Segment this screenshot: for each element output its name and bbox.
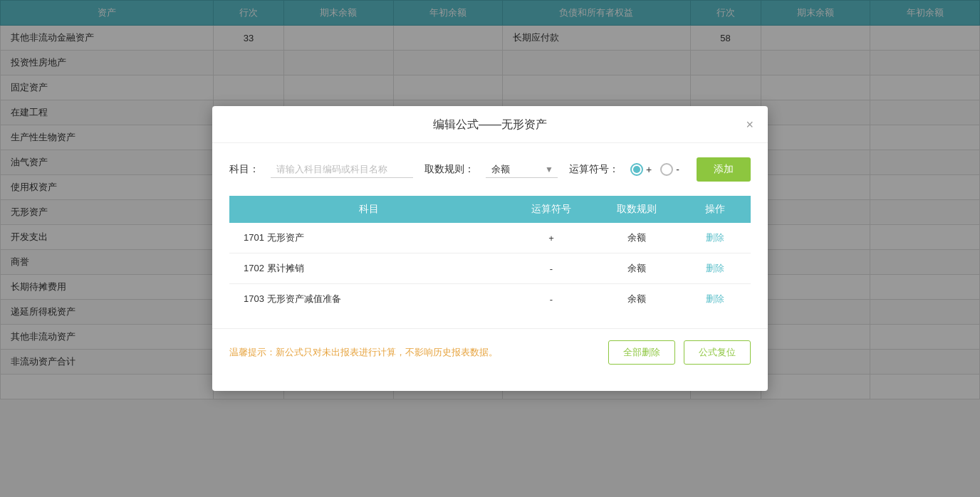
delete-link-0[interactable]: 删除 [706,232,724,243]
table-header-action: 操作 [679,196,751,223]
formula-rule-0: 余额 [594,223,679,253]
formula-rule-1: 余额 [594,253,679,284]
modal-close-button[interactable]: × [743,115,756,134]
add-button[interactable]: 添加 [697,157,751,182]
delete-all-button[interactable]: 全部删除 [608,340,675,365]
operator-radio-group: + - [630,163,679,176]
modal-footer: 温馨提示：新公式只对未出报表进行计算，不影响历史报表数据。 全部删除 公式复位 [212,328,768,376]
footer-buttons: 全部删除 公式复位 [608,340,751,365]
radio-plus-circle [630,163,643,176]
operator-minus-label: - [676,164,679,175]
formula-operator-0: + [509,223,594,253]
formula-row: 1702 累计摊销-余额删除 [229,253,751,284]
formula-table: 科目 运算符号 取数规则 操作 1701 无形资产+余额删除1702 累计摊销-… [229,196,751,314]
modal-title: 编辑公式——无形资产 [433,117,547,132]
modal-overlay: 编辑公式——无形资产 × 科目： 取数规则： 余额 借方发生额 贷方发生额 [0,0,980,497]
hint-text: 温馨提示：新公式只对未出报表进行计算，不影响历史报表数据。 [229,346,498,359]
formula-subject-1: 1702 累计摊销 [229,253,509,284]
operator-label: 运算符号： [569,163,619,176]
rule-select-wrapper: 余额 借方发生额 贷方发生额 ▼ [486,161,558,178]
subject-input[interactable] [271,161,413,178]
modal-dialog: 编辑公式——无形资产 × 科目： 取数规则： 余额 借方发生额 贷方发生额 [212,106,768,391]
table-header-operator: 运算符号 [509,196,594,223]
formula-action-0: 删除 [679,223,751,253]
page-wrapper: 资产 行次 期末余额 年初余额 负债和所有者权益 行次 期末余额 年初余额 其他… [0,0,980,497]
operator-plus-radio[interactable]: + [630,163,652,176]
radio-minus-circle [660,163,673,176]
formula-subject-2: 1703 无形资产减值准备 [229,284,509,315]
formula-row: 1703 无形资产减值准备-余额删除 [229,284,751,315]
formula-row: 1701 无形资产+余额删除 [229,223,751,253]
formula-subject-0: 1701 无形资产 [229,223,509,253]
modal-body: 科目： 取数规则： 余额 借方发生额 贷方发生额 ▼ 运算符号： [212,143,768,328]
rule-label: 取数规则： [424,163,474,176]
rule-select[interactable]: 余额 借方发生额 贷方发生额 [486,161,558,178]
formula-operator-1: - [509,253,594,284]
subject-label: 科目： [229,163,259,176]
table-header-subject: 科目 [229,196,509,223]
formula-operator-2: - [509,284,594,315]
form-row: 科目： 取数规则： 余额 借方发生额 贷方发生额 ▼ 运算符号： [229,157,751,182]
operator-minus-radio[interactable]: - [660,163,679,176]
reset-button[interactable]: 公式复位 [684,340,751,365]
formula-action-1: 删除 [679,253,751,284]
delete-link-2[interactable]: 删除 [706,293,724,304]
formula-action-2: 删除 [679,284,751,315]
delete-link-1[interactable]: 删除 [706,263,724,273]
formula-rule-2: 余额 [594,284,679,315]
table-header-rule: 取数规则 [594,196,679,223]
operator-plus-label: + [646,164,652,175]
modal-header: 编辑公式——无形资产 × [212,106,768,143]
